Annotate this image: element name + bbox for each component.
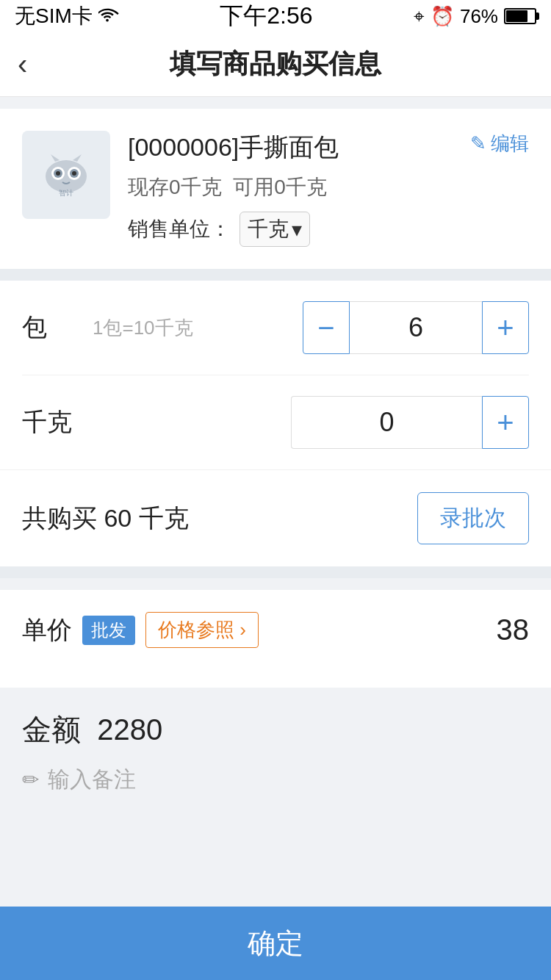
status-right: ⌖ ⏰ 76% — [414, 5, 536, 28]
svg-text:智计: 智计 — [59, 189, 73, 197]
confirm-label: 确定 — [248, 925, 303, 962]
unit-value: 千克 — [248, 215, 289, 243]
unit-label: 销售单位： — [128, 215, 231, 243]
edit-icon: ✎ — [470, 132, 486, 155]
total-row: 共购买 60 千克 录批次 — [0, 469, 551, 566]
amount-label: 金额 — [22, 713, 81, 746]
pack-label: 包 — [22, 311, 81, 345]
pencil-icon: ✏ — [22, 768, 39, 792]
batch-tag: 批发 — [82, 616, 135, 645]
edit-button[interactable]: ✎ 编辑 — [470, 131, 529, 156]
pack-minus-button[interactable]: − — [303, 301, 350, 354]
status-left: 无SIM卡 — [15, 2, 119, 30]
product-name: [0000006]手撕面包 — [128, 131, 529, 165]
svg-marker-8 — [73, 154, 82, 162]
kg-plus-button[interactable]: + — [482, 396, 529, 449]
price-ref-button[interactable]: 价格参照 › — [145, 612, 259, 648]
price-left: 单价 批发 价格参照 › — [22, 612, 259, 648]
back-button[interactable]: ‹ — [18, 48, 27, 81]
price-section: 单价 批发 价格参照 › 38 — [0, 590, 551, 688]
product-info: [0000006]手撕面包 现存0千克 可用0千克 销售单位： 千克 ▾ — [128, 131, 529, 247]
wifi-icon — [98, 4, 119, 28]
alarm-icon: ⏰ — [431, 5, 454, 28]
record-batch-button[interactable]: 录批次 — [417, 492, 529, 544]
section-divider-1 — [0, 269, 551, 281]
svg-point-0 — [46, 160, 87, 192]
svg-point-6 — [72, 171, 76, 176]
product-card: 智计 [0000006]手撕面包 现存0千克 可用0千克 销售单位： 千克 ▾ … — [0, 109, 551, 269]
kg-label: 千克 — [22, 406, 81, 439]
kg-quantity-input[interactable] — [291, 396, 482, 449]
page-title: 填写商品购买信息 — [170, 46, 381, 82]
status-bar: 无SIM卡 下午2:56 ⌖ ⏰ 76% — [0, 0, 551, 32]
kg-controls: + — [291, 396, 529, 449]
kg-input-row: 千克 + — [22, 375, 529, 469]
carrier-label: 无SIM卡 — [15, 2, 93, 30]
product-unit-row: 销售单位： 千克 ▾ — [128, 212, 529, 247]
total-text: 共购买 60 千克 — [22, 502, 189, 536]
nav-bar: ‹ 填写商品购买信息 — [0, 32, 551, 97]
product-stock: 现存0千克 可用0千克 — [128, 173, 529, 201]
amount-row: 金额 2280 — [22, 710, 529, 750]
svg-marker-7 — [51, 154, 60, 162]
section-divider-2 — [0, 566, 551, 578]
pack-controls: − + — [303, 301, 529, 354]
battery-icon — [504, 8, 536, 24]
battery-percent: 76% — [460, 5, 498, 28]
price-label: 单价 — [22, 613, 72, 647]
svg-point-5 — [56, 171, 60, 176]
pack-input-row: 包 1包=10千克 − + — [22, 281, 529, 375]
time-label: 下午2:56 — [220, 0, 312, 32]
pack-quantity-input[interactable] — [350, 301, 482, 354]
price-row: 单价 批发 价格参照 › 38 — [22, 612, 529, 648]
pack-plus-button[interactable]: + — [482, 301, 529, 354]
remark-label: 输入备注 — [48, 765, 136, 795]
amount-section: 金额 2280 ✏ 输入备注 — [0, 688, 551, 817]
location-icon: ⌖ — [414, 5, 425, 28]
amount-value: 2280 — [89, 713, 162, 746]
price-value: 38 — [497, 613, 530, 646]
edit-label: 编辑 — [491, 131, 529, 156]
input-section: 包 1包=10千克 − + 千克 + — [0, 281, 551, 469]
product-image: 智计 — [22, 131, 110, 219]
unit-dropdown[interactable]: 千克 ▾ — [240, 212, 310, 247]
chevron-down-icon: ▾ — [292, 217, 302, 242]
confirm-bar[interactable]: 确定 — [0, 907, 551, 980]
remark-row[interactable]: ✏ 输入备注 — [22, 765, 529, 795]
pack-hint: 1包=10千克 — [93, 315, 291, 341]
